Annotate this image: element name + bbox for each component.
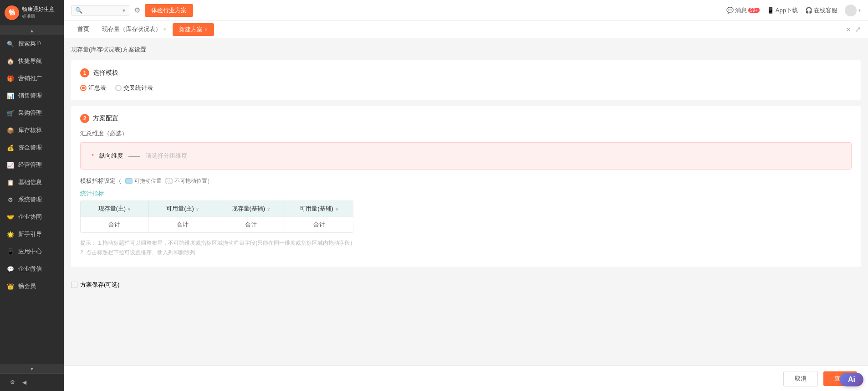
sidebar-item-sales[interactable]: 📊 销售管理 xyxy=(0,87,64,104)
sidebar-item-corp[interactable]: 🤝 企业协同 xyxy=(0,208,64,226)
stats-col-2-header[interactable]: 可用量(主) ∨ xyxy=(149,201,217,216)
collapse-btn[interactable]: ◀ xyxy=(19,377,30,387)
dim-placeholder-text: 请选择分组维度 xyxy=(146,152,187,160)
radio-summary-label: 汇总表 xyxy=(88,84,106,92)
sidebar-item-operation[interactable]: 📈 经营管理 xyxy=(0,156,64,174)
money-icon: 💰 xyxy=(6,144,15,152)
handshake-icon: 🤝 xyxy=(6,213,15,221)
chevron-down-1[interactable]: ∨ xyxy=(128,206,131,211)
search-input[interactable] xyxy=(84,7,121,14)
step1-header: 1 选择模板 xyxy=(80,68,852,77)
try-industry-button[interactable]: 体验行业方案 xyxy=(145,4,193,17)
mobile-icon: 📱 xyxy=(6,247,15,256)
customer-service-button[interactable]: 🎧 在线客服 xyxy=(805,6,837,15)
sidebar-scroll-down[interactable]: ▼ xyxy=(0,364,64,373)
sidebar-scroll-up[interactable]: ▲ xyxy=(0,26,64,35)
step2-badge: 2 xyxy=(80,114,89,123)
dropdown-icon[interactable]: ▾ xyxy=(123,7,125,14)
tab-inventory-label: 现存量（库存状况表） xyxy=(102,25,161,33)
sidebar-item-label: 企业微信 xyxy=(18,265,42,273)
message-button[interactable]: 💬 消息 99+ xyxy=(726,6,760,15)
indicator-settings: 模板指标设定（ 可拖动位置 不可拖动位置） 统计指标 现存量(主 xyxy=(80,177,852,233)
stats-col-1-label: 现存量(主) xyxy=(98,205,126,213)
required-mark: * xyxy=(92,153,94,159)
home-icon: 🏠 xyxy=(6,57,15,65)
cancel-button[interactable]: 取消 xyxy=(783,371,818,386)
tab-new-plan-label: 新建方案 xyxy=(179,26,203,34)
sidebar-item-label: 应用中心 xyxy=(18,247,42,256)
close-panel-icon[interactable]: ✕ xyxy=(846,26,851,33)
step2-header: 2 方案配置 xyxy=(80,114,852,123)
save-label: 方案保存(可选) xyxy=(80,281,120,289)
chat-icon: 💬 xyxy=(6,265,15,273)
stats-data-row: 合计 合计 合计 合计 xyxy=(81,216,353,232)
trend-icon: 📈 xyxy=(6,161,15,169)
save-checkbox[interactable] xyxy=(71,282,77,288)
settings-btn[interactable]: ⚙ xyxy=(6,377,19,387)
sidebar-item-system[interactable]: ⚙ 系统管理 xyxy=(0,191,64,208)
expand-panel-icon[interactable]: ⤢ xyxy=(855,25,861,34)
chevron-down-3[interactable]: ∨ xyxy=(267,206,270,211)
dimension-area[interactable]: * 纵向维度 —— 请选择分组维度 xyxy=(80,142,852,170)
sidebar-item-finance[interactable]: 💰 资金管理 xyxy=(0,139,64,156)
stats-table: 现存量(主) ∨ 可用量(主) ∨ 现存量(基辅) ∨ 可用量(基辅) xyxy=(80,201,353,233)
topbar-gear-icon[interactable]: ⚙ xyxy=(134,6,140,15)
app-download-button[interactable]: 📱 App下载 xyxy=(767,6,798,15)
sidebar-item-nav[interactable]: 🏠 快捷导航 xyxy=(0,52,64,70)
stats-header-row: 现存量(主) ∨ 可用量(主) ∨ 现存量(基辅) ∨ 可用量(基辅) xyxy=(81,201,353,216)
template-radio-group: 汇总表 交叉统计表 xyxy=(80,84,852,92)
topbar-search[interactable]: 🔍 ▾ xyxy=(71,5,129,15)
radio-dot-summary xyxy=(80,85,87,91)
tabs-action-area: ✕ ⤢ xyxy=(846,25,861,34)
ai-button[interactable]: Ai xyxy=(840,373,863,386)
search-icon-topbar: 🔍 xyxy=(75,7,82,14)
draggable-legend-box xyxy=(125,178,133,184)
sidebar-item-search[interactable]: 🔍 搜索菜单 xyxy=(0,35,64,52)
sidebar-item-label: 畅会员 xyxy=(18,282,36,290)
draggable-legend-label: 可拖动位置 xyxy=(134,177,162,185)
star-icon: 🌟 xyxy=(6,230,15,238)
tab-home[interactable]: 首页 xyxy=(71,21,96,38)
tab-new-plan-close[interactable]: × xyxy=(204,26,208,33)
sidebar-item-label: 经营管理 xyxy=(18,161,42,169)
tab-inventory-close[interactable]: × xyxy=(163,26,166,32)
stats-col-2-label: 可用量(主) xyxy=(166,205,194,213)
sidebar-item-apps[interactable]: 📱 应用中心 xyxy=(0,243,64,260)
tab-home-label: 首页 xyxy=(77,25,89,33)
sidebar-item-label: 采购管理 xyxy=(18,109,42,117)
tab-new-plan[interactable]: 新建方案 × xyxy=(173,23,214,36)
stats-col-2-data: 合计 xyxy=(149,216,217,232)
step2-title: 方案配置 xyxy=(93,114,118,123)
user-menu[interactable]: ▾ xyxy=(845,5,861,16)
stats-col-4-data: 合计 xyxy=(285,216,353,232)
draggable-legend: 可拖动位置 xyxy=(125,177,162,185)
sidebar-item-guide[interactable]: 🌟 新手引导 xyxy=(0,226,64,243)
chevron-down-2[interactable]: ∨ xyxy=(196,206,199,211)
step1-badge: 1 xyxy=(80,68,89,77)
tab-inventory[interactable]: 现存量（库存状况表） × xyxy=(96,21,173,38)
sidebar-item-vip[interactable]: 👑 畅会员 xyxy=(0,278,64,295)
action-bar: 取消 查询 xyxy=(64,365,868,391)
dim-dash: —— xyxy=(128,153,140,159)
radio-cross-table[interactable]: 交叉统计表 xyxy=(115,84,153,92)
nodrag-legend: 不可拖动位置） xyxy=(165,177,213,185)
list-icon: 📋 xyxy=(6,178,15,186)
chevron-down-4[interactable]: ∨ xyxy=(335,206,338,211)
stats-col-3-header[interactable]: 现存量(基辅) ∨ xyxy=(217,201,286,216)
sidebar-item-inventory[interactable]: 📦 库存核算 xyxy=(0,122,64,139)
logo-icon: 畅 xyxy=(5,5,19,20)
indicator-label-area: 模板指标设定（ 可拖动位置 不可拖动位置） xyxy=(80,177,852,185)
sidebar-item-marketing[interactable]: 🎁 营销推广 xyxy=(0,70,64,87)
chevron-down-icon: ▾ xyxy=(858,8,861,13)
sidebar-item-purchase[interactable]: 🛒 采购管理 xyxy=(0,104,64,122)
radio-summary-table[interactable]: 汇总表 xyxy=(80,84,106,92)
sidebar-item-wechat[interactable]: 💬 企业微信 xyxy=(0,260,64,278)
app-icon: 📱 xyxy=(767,7,774,14)
main-area: 🔍 ▾ ⚙ 体验行业方案 💬 消息 99+ 📱 App下载 🎧 在线客服 ▾ xyxy=(64,0,868,391)
service-label: 在线客服 xyxy=(814,6,837,15)
stats-col-1-header[interactable]: 现存量(主) ∨ xyxy=(81,201,149,216)
stats-col-4-header[interactable]: 可用量(基辅) ∨ xyxy=(285,201,353,216)
sidebar-item-basic[interactable]: 📋 基础信息 xyxy=(0,174,64,191)
stats-col-1-data: 合计 xyxy=(81,216,149,232)
step1-title: 选择模板 xyxy=(93,69,118,77)
